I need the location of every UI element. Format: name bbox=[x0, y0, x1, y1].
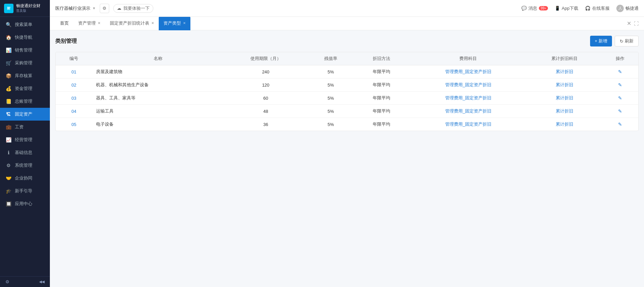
tab-label-home: 首页 bbox=[60, 20, 69, 26]
sidebar-item-label: 总账管理 bbox=[15, 98, 32, 104]
sidebar-item-basic-info[interactable]: ℹ 基础信息 bbox=[0, 146, 50, 159]
cell-method-4: 年限平均 bbox=[354, 118, 409, 131]
col-header-method: 折旧方法 bbox=[354, 52, 409, 65]
close-all-icon[interactable]: ✕ bbox=[627, 20, 631, 27]
fund-icon: 💰 bbox=[5, 86, 11, 92]
cell-accumulated-4: 累计折旧 bbox=[527, 118, 602, 131]
sidebar-item-operation[interactable]: 📈 经营管理 bbox=[0, 133, 50, 146]
cell-code-3: 04 bbox=[56, 105, 92, 118]
refresh-button[interactable]: ↻ 刷新 bbox=[615, 36, 639, 46]
message-button[interactable]: 💬 消息 99+ bbox=[521, 5, 548, 11]
sidebar-item-inventory[interactable]: 📦 库存核算 bbox=[0, 69, 50, 82]
sidebar-footer: ⚙ ◀◀ bbox=[0, 276, 50, 287]
cell-residual-4: 5% bbox=[308, 118, 354, 131]
sidebar-item-label: 快捷导航 bbox=[15, 34, 32, 40]
sidebar-item-quick-nav[interactable]: 🏠 快捷导航 bbox=[0, 31, 50, 44]
sidebar-item-salary[interactable]: 💼 工资 bbox=[0, 121, 50, 133]
cell-residual-3: 5% bbox=[308, 105, 354, 118]
cell-name-4: 电子设备 bbox=[92, 118, 223, 131]
tab-close-asset-type[interactable]: ✕ bbox=[183, 21, 186, 25]
tab-close-asset-mgmt[interactable]: ✕ bbox=[98, 21, 100, 25]
collapse-footer-icon[interactable]: ◀◀ bbox=[39, 280, 44, 284]
message-label: 消息 bbox=[528, 5, 537, 11]
cell-expense-1: 管理费用_固定资产折旧 bbox=[409, 78, 527, 92]
tab-asset-mgmt[interactable]: 资产管理✕ bbox=[73, 17, 105, 30]
tab-close-fixed-asset-depreciation[interactable]: ✕ bbox=[151, 21, 154, 25]
sidebar-item-enterprise[interactable]: 🤝 企业协同 bbox=[0, 172, 50, 185]
settings-button[interactable]: ⚙ bbox=[100, 4, 109, 13]
expand-icon[interactable]: ⛶ bbox=[634, 21, 639, 26]
cell-method-2: 年限平均 bbox=[354, 92, 409, 105]
table-body: 01 房屋及建筑物 240 5% 年限平均 管理费用_固定资产折旧 累计折旧 ✎… bbox=[56, 65, 638, 131]
col-header-name: 名称 bbox=[92, 52, 223, 65]
ledger-icon: 📒 bbox=[5, 98, 11, 104]
app-name: 畅捷通好业财 bbox=[16, 3, 40, 9]
cell-residual-0: 5% bbox=[308, 65, 354, 78]
user-name-label: 畅捷通 bbox=[625, 5, 639, 11]
demo-selector[interactable]: 医疗器械行业演示 ▼ bbox=[55, 5, 96, 11]
search-icon: 🔍 bbox=[5, 22, 11, 28]
cell-name-1: 机器、机械和其他生产设备 bbox=[92, 78, 223, 92]
guide-icon: 🎓 bbox=[5, 188, 11, 194]
experience-button[interactable]: ☁ 我要体验一下 bbox=[113, 4, 153, 13]
table-row: 04 运输工具 48 5% 年限平均 管理费用_固定资产折旧 累计折旧 ✎ bbox=[56, 105, 638, 118]
sidebar-item-search[interactable]: 🔍 搜索菜单 bbox=[0, 18, 50, 31]
edit-icon-2[interactable]: ✎ bbox=[618, 95, 622, 101]
cell-name-0: 房屋及建筑物 bbox=[92, 65, 223, 78]
sidebar-item-label: 采购管理 bbox=[15, 60, 32, 66]
edit-icon-0[interactable]: ✎ bbox=[618, 69, 622, 74]
edit-icon-4[interactable]: ✎ bbox=[618, 122, 622, 127]
page-title: 类别管理 bbox=[55, 38, 77, 45]
sidebar-item-app-center[interactable]: 🔲 应用中心 bbox=[0, 197, 50, 210]
cell-name-3: 运输工具 bbox=[92, 105, 223, 118]
cell-accumulated-2: 累计折旧 bbox=[527, 92, 602, 105]
sidebar-item-sales[interactable]: 📊 销售管理 bbox=[0, 44, 50, 57]
col-header-expense_subject: 费用科目 bbox=[409, 52, 527, 65]
cell-operation-0[interactable]: ✎ bbox=[602, 65, 638, 78]
refresh-icon: ↻ bbox=[620, 39, 623, 44]
cell-operation-2[interactable]: ✎ bbox=[602, 92, 638, 105]
cell-operation-3[interactable]: ✎ bbox=[602, 105, 638, 118]
sidebar-item-ledger[interactable]: 📒 总账管理 bbox=[0, 95, 50, 108]
cell-residual-2: 5% bbox=[308, 92, 354, 105]
new-button[interactable]: + 新增 bbox=[590, 36, 612, 46]
cell-expense-4: 管理费用_固定资产折旧 bbox=[409, 118, 527, 131]
sidebar-item-system[interactable]: ⚙ 系统管理 bbox=[0, 159, 50, 172]
user-button[interactable]: 人 畅捷通 bbox=[616, 5, 639, 12]
tab-label-asset-mgmt: 资产管理 bbox=[78, 20, 96, 26]
topbar: 医疗器械行业演示 ▼ ⚙ ☁ 我要体验一下 💬 消息 99+ 📱 App下载 🎧… bbox=[50, 0, 644, 17]
settings-footer-icon[interactable]: ⚙ bbox=[5, 279, 9, 284]
cell-accumulated-0: 累计折旧 bbox=[527, 65, 602, 78]
tab-home[interactable]: 首页 bbox=[55, 17, 73, 30]
app-download-button[interactable]: 📱 App下载 bbox=[555, 5, 578, 11]
customer-service-label: 在线客服 bbox=[592, 5, 610, 11]
tab-fixed-asset-depreciation[interactable]: 固定资产折旧统计表✕ bbox=[105, 17, 159, 30]
cell-residual-1: 5% bbox=[308, 78, 354, 92]
sidebar-nav: 🔍 搜索菜单 🏠 快捷导航 📊 销售管理 🛒 采购管理 📦 库存核算 💰 资金管… bbox=[0, 17, 50, 276]
cell-period-2: 60 bbox=[224, 92, 308, 105]
sidebar-item-fixed-assets[interactable]: 🏗 固定资产 bbox=[0, 108, 50, 121]
cell-operation-4[interactable]: ✎ bbox=[602, 118, 638, 131]
app-download-icon: 📱 bbox=[555, 6, 560, 11]
page-content: 类别管理 + 新增 ↻ 刷新 编号名称使用期限（月）残值率折旧方法费用科目累计折… bbox=[50, 30, 644, 287]
edit-icon-1[interactable]: ✎ bbox=[618, 82, 622, 88]
topbar-right: 💬 消息 99+ 📱 App下载 🎧 在线客服 人 畅捷通 bbox=[521, 5, 639, 12]
customer-service-button[interactable]: 🎧 在线客服 bbox=[585, 5, 610, 11]
demo-arrow-icon: ▼ bbox=[92, 6, 96, 10]
main-content: 医疗器械行业演示 ▼ ⚙ ☁ 我要体验一下 💬 消息 99+ 📱 App下载 🎧… bbox=[50, 0, 644, 287]
salary-icon: 💼 bbox=[5, 124, 11, 130]
cell-code-1: 02 bbox=[56, 78, 92, 92]
message-badge: 99+ bbox=[539, 6, 548, 10]
page-header: 类别管理 + 新增 ↻ 刷新 bbox=[55, 36, 639, 46]
cell-operation-1[interactable]: ✎ bbox=[602, 78, 638, 92]
sidebar-item-purchase[interactable]: 🛒 采购管理 bbox=[0, 57, 50, 69]
sidebar-item-label: 应用中心 bbox=[15, 201, 32, 207]
sidebar-item-fund[interactable]: 💰 资金管理 bbox=[0, 82, 50, 95]
sidebar-item-guide[interactable]: 🎓 新手引导 bbox=[0, 185, 50, 197]
edit-icon-3[interactable]: ✎ bbox=[618, 108, 622, 114]
sidebar-item-label: 企业协同 bbox=[15, 175, 32, 181]
tab-asset-type[interactable]: 资产类型✕ bbox=[159, 17, 190, 30]
demo-text: 医疗器械行业演示 bbox=[55, 5, 90, 11]
sidebar-header: 财 畅捷通好业财 普及版 bbox=[0, 0, 50, 17]
basic-info-icon: ℹ bbox=[5, 150, 11, 156]
